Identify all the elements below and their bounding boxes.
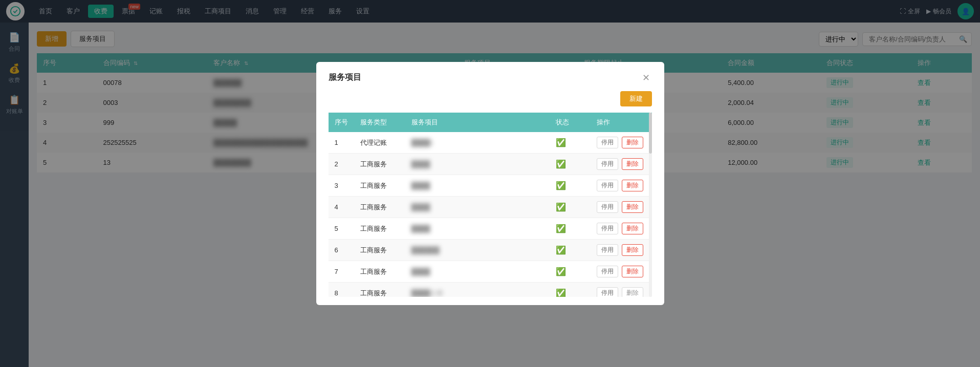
modal-header-row: 序号 服务类型 服务项目 状态 操作 bbox=[329, 113, 652, 132]
modal-close-button[interactable]: ✕ bbox=[640, 73, 652, 82]
delete-button[interactable]: 删除 bbox=[622, 244, 643, 256]
stop-button[interactable]: 停用 bbox=[597, 244, 618, 256]
modal-table-scroll[interactable]: 序号 服务类型 服务项目 状态 操作 1 代理记账 ████1 ✅ 停用 删除 … bbox=[329, 113, 652, 297]
stop-button[interactable]: 停用 bbox=[597, 158, 618, 170]
modal-col-status: 状态 bbox=[550, 113, 591, 132]
modal-cell-seq: 2 bbox=[329, 154, 354, 175]
stop-button[interactable]: 停用 bbox=[597, 287, 618, 297]
modal-cell-action: 停用 删除 bbox=[591, 218, 652, 240]
modal-cell-seq: 3 bbox=[329, 175, 354, 197]
modal-cell-action: 停用 删除 bbox=[591, 240, 652, 261]
modal-cell-seq: 8 bbox=[329, 283, 354, 297]
modal-table-row: 8 工商服务 ████注册 ✅ 停用 删除 bbox=[329, 283, 652, 297]
modal-cell-action: 停用 删除 bbox=[591, 283, 652, 297]
modal-table-row: 3 工商服务 ████ ✅ 停用 删除 bbox=[329, 175, 652, 197]
modal-cell-status: ✅ bbox=[550, 283, 591, 297]
scrollbar-thumb[interactable] bbox=[649, 113, 652, 154]
modal-table-row: 4 工商服务 ████ ✅ 停用 删除 bbox=[329, 197, 652, 218]
modal-cell-status: ✅ bbox=[550, 240, 591, 261]
modal-col-seq: 序号 bbox=[329, 113, 354, 132]
modal-cell-seq: 1 bbox=[329, 132, 354, 154]
modal-title: 服务项目 bbox=[329, 72, 361, 83]
modal-table-row: 5 工商服务 ████ ✅ 停用 删除 bbox=[329, 218, 652, 240]
status-check-icon: ✅ bbox=[556, 224, 566, 233]
delete-button[interactable]: 删除 bbox=[622, 266, 643, 277]
status-check-icon: ✅ bbox=[556, 203, 566, 211]
modal-col-type: 服务类型 bbox=[354, 113, 405, 132]
delete-button[interactable]: 删除 bbox=[622, 158, 643, 170]
modal-cell-status: ✅ bbox=[550, 132, 591, 154]
status-check-icon: ✅ bbox=[556, 289, 566, 297]
service-item-modal: 服务项目 ✕ 新建 序号 服务类型 服务项目 状态 操作 bbox=[316, 62, 664, 305]
modal-header: 服务项目 ✕ bbox=[316, 62, 664, 89]
modal-cell-seq: 4 bbox=[329, 197, 354, 218]
modal-cell-type: 代理记账 bbox=[354, 132, 405, 154]
scrollbar-track bbox=[649, 113, 652, 297]
stop-button[interactable]: 停用 bbox=[597, 137, 618, 148]
delete-button[interactable]: 删除 bbox=[622, 223, 643, 234]
modal-cell-seq: 5 bbox=[329, 218, 354, 240]
modal-cell-item: ████ bbox=[405, 218, 550, 240]
status-check-icon: ✅ bbox=[556, 181, 566, 190]
modal-cell-type: 工商服务 bbox=[354, 154, 405, 175]
modal-cell-item: ████ bbox=[405, 154, 550, 175]
status-check-icon: ✅ bbox=[556, 138, 566, 147]
modal-body: 序号 服务类型 服务项目 状态 操作 1 代理记账 ████1 ✅ 停用 删除 … bbox=[316, 113, 664, 305]
modal-cell-type: 工商服务 bbox=[354, 175, 405, 197]
delete-button-disabled[interactable]: 删除 bbox=[622, 287, 643, 297]
modal-overlay: 服务项目 ✕ 新建 序号 服务类型 服务项目 状态 操作 bbox=[0, 0, 980, 367]
modal-cell-status: ✅ bbox=[550, 261, 591, 283]
delete-button[interactable]: 删除 bbox=[622, 137, 643, 148]
status-check-icon: ✅ bbox=[556, 160, 566, 168]
modal-cell-item: ████注册 bbox=[405, 283, 550, 297]
modal-cell-type: 工商服务 bbox=[354, 240, 405, 261]
modal-cell-seq: 7 bbox=[329, 261, 354, 283]
stop-button[interactable]: 停用 bbox=[597, 223, 618, 234]
modal-col-item: 服务项目 bbox=[405, 113, 550, 132]
modal-table-row: 6 工商服务 ██████ ✅ 停用 删除 bbox=[329, 240, 652, 261]
stop-button[interactable]: 停用 bbox=[597, 201, 618, 213]
delete-button[interactable]: 删除 bbox=[622, 180, 643, 191]
modal-cell-action: 停用 删除 bbox=[591, 175, 652, 197]
modal-cell-seq: 6 bbox=[329, 240, 354, 261]
modal-cell-item: ████ bbox=[405, 261, 550, 283]
modal-cell-item: ██████ bbox=[405, 240, 550, 261]
modal-cell-status: ✅ bbox=[550, 197, 591, 218]
modal-cell-status: ✅ bbox=[550, 218, 591, 240]
modal-cell-action: 停用 删除 bbox=[591, 154, 652, 175]
modal-table-row: 2 工商服务 ████ ✅ 停用 删除 bbox=[329, 154, 652, 175]
modal-toolbar: 新建 bbox=[316, 89, 664, 113]
status-check-icon: ✅ bbox=[556, 267, 566, 276]
modal-cell-item: ████ bbox=[405, 175, 550, 197]
modal-cell-action: 停用 删除 bbox=[591, 132, 652, 154]
stop-button[interactable]: 停用 bbox=[597, 180, 618, 191]
modal-new-button[interactable]: 新建 bbox=[620, 91, 652, 106]
modal-table-row: 1 代理记账 ████1 ✅ 停用 删除 bbox=[329, 132, 652, 154]
stop-button[interactable]: 停用 bbox=[597, 266, 618, 277]
delete-button[interactable]: 删除 bbox=[622, 201, 643, 213]
modal-cell-item: ████1 bbox=[405, 132, 550, 154]
modal-cell-status: ✅ bbox=[550, 175, 591, 197]
modal-cell-status: ✅ bbox=[550, 154, 591, 175]
modal-cell-type: 工商服务 bbox=[354, 197, 405, 218]
modal-service-table: 序号 服务类型 服务项目 状态 操作 1 代理记账 ████1 ✅ 停用 删除 … bbox=[329, 113, 652, 297]
modal-cell-type: 工商服务 bbox=[354, 283, 405, 297]
modal-cell-item: ████ bbox=[405, 197, 550, 218]
modal-cell-action: 停用 删除 bbox=[591, 261, 652, 283]
modal-col-action: 操作 bbox=[591, 113, 652, 132]
modal-cell-action: 停用 删除 bbox=[591, 197, 652, 218]
status-check-icon: ✅ bbox=[556, 246, 566, 254]
modal-cell-type: 工商服务 bbox=[354, 261, 405, 283]
modal-table-row: 7 工商服务 ████ ✅ 停用 删除 bbox=[329, 261, 652, 283]
modal-cell-type: 工商服务 bbox=[354, 218, 405, 240]
